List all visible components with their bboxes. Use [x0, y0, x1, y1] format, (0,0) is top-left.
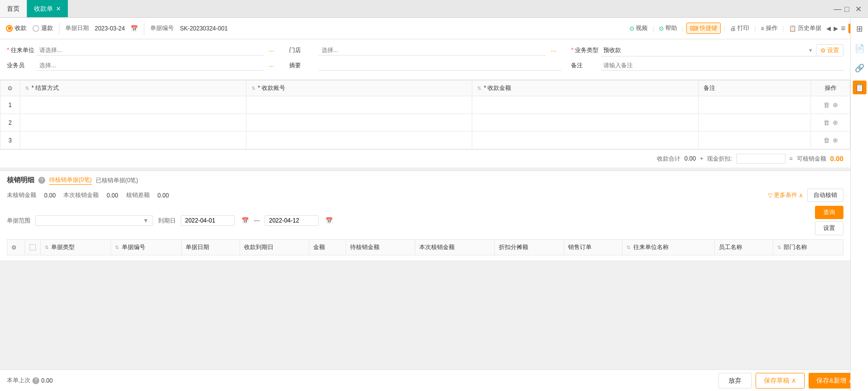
footer-info-icon[interactable]: ?: [32, 377, 39, 384]
minimize-button[interactable]: —: [834, 5, 841, 12]
sidebar-link-icon[interactable]: 🔗: [853, 61, 867, 75]
shop-input[interactable]: [319, 45, 546, 56]
select-all-checkbox[interactable]: [29, 244, 36, 251]
business-type-value: 预收款: [603, 46, 806, 55]
row-num-1: 1: [0, 96, 20, 114]
sort-partner-icon[interactable]: ⇅: [626, 245, 630, 250]
video-button[interactable]: ⊙ 视频: [627, 23, 650, 33]
calendar-icon[interactable]: 📅: [131, 25, 138, 32]
note-input[interactable]: [600, 60, 843, 71]
view-list-icon[interactable]: ≡: [841, 24, 845, 33]
maximize-button[interactable]: □: [844, 5, 851, 12]
tab-receipt[interactable]: 收款单 ✕: [27, 0, 68, 17]
filter-setting-button[interactable]: 设置: [815, 221, 843, 235]
bt-col-dept-label: 部门名称: [784, 244, 807, 251]
shop-more-icon[interactable]: ···: [551, 47, 557, 55]
bt-col-pending: 待核销金额: [346, 240, 415, 255]
col-header-amount: ⇅ * 收款金额: [472, 81, 699, 96]
receipt-radio-label: 收款: [15, 24, 27, 32]
info-icon[interactable]: ?: [38, 177, 45, 184]
calendar-start-icon[interactable]: 📅: [242, 217, 249, 224]
tab-bar: 首页 收款单 ✕ — □ ✕: [0, 0, 868, 18]
sidebar-doc-icon[interactable]: 📄: [853, 41, 867, 55]
nav-next-icon[interactable]: ▶: [834, 25, 838, 32]
due-date-label: 到期日: [158, 217, 176, 225]
sort-settlement-icon[interactable]: ⇅: [25, 85, 29, 91]
table-gear-icon[interactable]: ⚙: [7, 85, 13, 92]
bt-col-sales-order-label: 销售订单: [568, 244, 592, 251]
row-account-2[interactable]: [246, 114, 472, 132]
auto-verify-button[interactable]: 自动核销: [807, 189, 843, 202]
row-account-1[interactable]: [246, 96, 472, 114]
copy-icon-1[interactable]: ⊕: [833, 101, 838, 109]
bt-col-checkbox: [25, 240, 41, 255]
draft-chevron-icon: ∧: [791, 377, 796, 384]
row-account-3[interactable]: [246, 132, 472, 149]
sort-doc-type-icon[interactable]: ⇅: [45, 245, 49, 250]
help-button[interactable]: ⊙ 帮助: [657, 23, 679, 33]
row-note-3[interactable]: [698, 132, 811, 149]
row-amount-1[interactable]: [472, 96, 699, 114]
pending-tab[interactable]: 待核销单据(0笔): [49, 176, 92, 185]
bottom-gear-icon[interactable]: ⚙: [11, 244, 17, 251]
delete-icon-1[interactable]: 🗑: [823, 101, 830, 109]
save-draft-button[interactable]: 保存草稿 ∧: [756, 373, 805, 389]
end-date-input[interactable]: [265, 215, 319, 226]
more-conditions-btn[interactable]: ▽ 更多条件 ∧: [768, 191, 803, 199]
copy-icon-3[interactable]: ⊕: [833, 137, 838, 144]
history-button[interactable]: 📋 历史单据: [787, 23, 823, 33]
staff-more-icon[interactable]: ···: [269, 62, 274, 70]
row-settlement-1[interactable]: [20, 96, 246, 114]
tab-home[interactable]: 首页: [0, 0, 27, 17]
sort-doc-no-icon[interactable]: ⇅: [115, 245, 119, 250]
plus-label: +: [700, 155, 703, 162]
help-icon: ⊙: [659, 25, 664, 32]
staff-input[interactable]: [36, 60, 264, 71]
discount-input[interactable]: [736, 154, 786, 164]
bt-col-doc-type: ⇅ 单据类型: [41, 240, 111, 255]
row-note-2[interactable]: [698, 114, 811, 132]
partner-input[interactable]: [36, 45, 264, 56]
copy-icon-2[interactable]: ⊕: [833, 119, 838, 126]
print-button[interactable]: 🖨 打印: [728, 23, 751, 33]
sidebar-table-icon[interactable]: ⊞: [853, 22, 867, 35]
row-amount-2[interactable]: [472, 114, 699, 132]
close-button[interactable]: ✕: [855, 5, 862, 12]
total-value: 0.00: [684, 155, 696, 162]
refund-radio[interactable]: 退款: [32, 24, 53, 32]
shortcut-button[interactable]: ⌨ 快捷键: [686, 23, 721, 34]
delete-icon-3[interactable]: 🗑: [823, 137, 830, 144]
bt-col-doc-date-label: 单据日期: [186, 244, 209, 251]
summary-input[interactable]: [319, 60, 562, 71]
start-date-input[interactable]: [181, 215, 235, 226]
sort-account-icon[interactable]: ⇅: [251, 85, 255, 91]
action-icons-2: 🗑 ⊕: [816, 119, 845, 126]
partner-more-icon[interactable]: ···: [269, 47, 274, 55]
diff-value: 0.00: [158, 192, 169, 199]
nav-prev-icon[interactable]: ◀: [826, 25, 831, 32]
operation-button[interactable]: ≡ 操作: [759, 23, 780, 33]
print-icon: 🖨: [730, 25, 736, 32]
row-amount-3[interactable]: [472, 132, 699, 149]
tab-receipt-close[interactable]: ✕: [56, 5, 61, 12]
select-all-box[interactable]: [29, 244, 36, 251]
row-settlement-2[interactable]: [20, 114, 246, 132]
sort-dept-icon[interactable]: ⇅: [777, 245, 781, 250]
sort-amount-icon[interactable]: ⇅: [477, 85, 481, 91]
range-select[interactable]: ▼: [35, 215, 153, 226]
done-tab[interactable]: 已核销单据(0笔): [96, 176, 138, 185]
summary-field: 摘要: [279, 60, 562, 71]
delete-icon-2[interactable]: 🗑: [823, 119, 830, 126]
receipt-radio[interactable]: 收款: [6, 24, 27, 32]
calendar-end-icon[interactable]: 📅: [326, 217, 333, 224]
staff-field: 业务员 ···: [7, 60, 279, 71]
row-settlement-3[interactable]: [20, 132, 246, 149]
setting-button[interactable]: ⚙ 设置: [816, 44, 843, 56]
business-type-select[interactable]: 预收款 ▼: [600, 45, 816, 56]
sidebar-active-icon[interactable]: 📋: [853, 81, 867, 94]
abandon-button[interactable]: 放弃: [718, 373, 752, 389]
section-title: 核销明细: [7, 176, 34, 185]
row-note-1[interactable]: [698, 96, 811, 114]
filter-actions: 查询 设置: [815, 206, 843, 235]
query-button[interactable]: 查询: [815, 206, 843, 219]
